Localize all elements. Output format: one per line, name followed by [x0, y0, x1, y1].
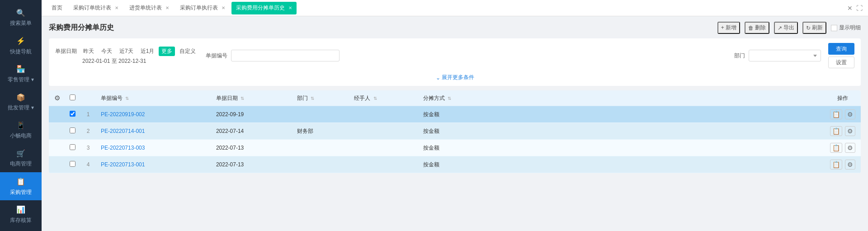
handler-sort-icon[interactable]: ⇅ — [373, 96, 377, 101]
table-header: ⚙ 单据编号 ⇅ 单据日期 ⇅ — [49, 90, 861, 106]
th-handler: 经手人 ⇅ — [349, 90, 419, 106]
dept-sort-icon[interactable]: ⇅ — [311, 96, 314, 101]
row-split-method-0: 按金额 — [419, 106, 825, 123]
th-action: 操作 — [825, 90, 861, 106]
row-handler-0 — [349, 106, 419, 123]
row-doc-date-1: 2022-07-14 — [212, 123, 292, 140]
sidebar: 🔍搜索菜单⚡快捷导航🏪零售管理 ▾📦批发管理 ▾📱小畅电商🛒电商管理📋采购管理📊… — [0, 0, 42, 231]
select-all-checkbox[interactable] — [70, 94, 75, 100]
add-button[interactable]: + 新增 — [717, 22, 740, 34]
tab-goods-in-stats[interactable]: 进货单统计表✕ — [125, 2, 174, 14]
sidebar-item-purchase[interactable]: 📋采购管理 — [0, 172, 42, 200]
row-settings-0 — [49, 106, 65, 123]
sidebar-item-retail[interactable]: 🏪零售管理 ▾ — [0, 60, 42, 88]
date-7days[interactable]: 近7天 — [117, 47, 136, 56]
query-button[interactable]: 查询 — [828, 43, 854, 55]
row-doc-date-3: 2022-07-13 — [212, 156, 292, 173]
sidebar-item-inventory[interactable]: 📊库存核算 — [0, 200, 42, 228]
row-dept-3 — [292, 156, 350, 173]
tab-close-purchase-cost-split[interactable]: ✕ — [288, 5, 292, 10]
refresh-button[interactable]: ↻ 刷新 — [802, 22, 826, 34]
export-button[interactable]: ↗ 导出 — [774, 22, 798, 34]
tab-purchase-order-stats[interactable]: 采购订单统计表✕ — [69, 2, 123, 14]
doc-no-link-3[interactable]: PE-20220713-001 — [101, 161, 145, 168]
row-checkbox-1[interactable] — [70, 127, 75, 133]
show-columns-checkbox[interactable] — [831, 25, 837, 31]
tab-close-purchase-order-stats[interactable]: ✕ — [115, 5, 118, 10]
split-method-sort-icon[interactable]: ⇅ — [448, 96, 451, 101]
date-today[interactable]: 今天 — [99, 47, 115, 56]
row-settings-3 — [49, 156, 65, 173]
sidebar-label-mini: 小畅电商 — [10, 132, 32, 139]
sidebar-item-mini[interactable]: 📱小畅电商 — [0, 116, 42, 144]
row-split-method-1: 按金额 — [419, 123, 825, 140]
th-dept: 部门 ⇅ — [292, 90, 350, 106]
show-columns-toggle[interactable]: 显示明细 — [831, 24, 861, 32]
row-checkbox-0[interactable] — [70, 111, 75, 117]
row-handler-2 — [349, 140, 419, 156]
dept-select[interactable]: 财务部 — [749, 50, 821, 61]
delete-button[interactable]: 🗑 删除 — [745, 22, 769, 34]
row-dept-0 — [292, 106, 350, 123]
doc-no-sort-icon[interactable]: ⇅ — [125, 96, 129, 101]
content-area: 采购费用分摊单历史 + 新增 🗑 删除 ↗ 导出 ↻ 刷新 显示明细 — [42, 16, 868, 231]
date-yesterday[interactable]: 昨天 — [80, 47, 97, 56]
sidebar-label-purchase: 采购管理 — [10, 189, 32, 195]
row-doc-no-2: PE-20220713-003 — [96, 140, 212, 156]
export-icon: ↗ — [778, 25, 782, 31]
action-buttons: 查询 设置 — [828, 43, 854, 68]
row-more-icon-2[interactable]: ⚙ — [845, 143, 855, 153]
close-window-icon[interactable]: ✕ — [847, 5, 853, 12]
sidebar-item-ecommerce[interactable]: 🛒电商管理 — [0, 144, 42, 172]
tab-purchase-order-exec[interactable]: 采购订单执行表✕ — [175, 2, 230, 14]
row-edit-icon-1[interactable]: 📋 — [830, 126, 842, 136]
sidebar-label-shortcut: 快捷导航 — [10, 48, 32, 55]
doc-no-link-2[interactable]: PE-20220713-003 — [101, 145, 145, 151]
row-edit-icon-0[interactable]: 📋 — [830, 109, 842, 119]
expand-icon: ⌄ — [436, 75, 440, 81]
sidebar-icon-mini: 📱 — [2, 121, 40, 131]
date-custom[interactable]: 自定义 — [177, 47, 198, 56]
tab-home[interactable]: 首页 — [47, 4, 67, 12]
tab-close-goods-in-stats[interactable]: ✕ — [165, 5, 169, 10]
row-edit-icon-2[interactable]: 📋 — [830, 143, 842, 153]
column-settings-icon[interactable]: ⚙ — [54, 94, 60, 102]
sidebar-item-finance[interactable]: 💰资金管理 — [0, 229, 42, 231]
row-checkbox-2[interactable] — [70, 144, 75, 150]
doc-no-link-0[interactable]: PE-20220919-002 — [101, 111, 145, 118]
row-edit-icon-3[interactable]: 📋 — [830, 160, 842, 170]
date-more[interactable]: 更多 — [159, 47, 175, 56]
doc-no-input[interactable] — [231, 50, 340, 61]
tab-bar: 首页采购订单统计表✕进货单统计表✕采购订单执行表✕采购费用分摊单历史✕ ✕ ⛶ — [42, 0, 868, 16]
filter-area: 单据日期 昨天 今天 近7天 近1月 更多 自定义 2022-01-01 至 2… — [49, 38, 861, 86]
sidebar-item-shortcut[interactable]: ⚡快捷导航 — [0, 32, 42, 60]
maximize-icon[interactable]: ⛶ — [856, 5, 863, 12]
date-1month[interactable]: 近1月 — [138, 47, 157, 56]
expand-more-button[interactable]: ⌄ 展开更多条件 — [436, 74, 474, 81]
filter-settings-button[interactable]: 设置 — [828, 57, 854, 68]
row-checkbox-3[interactable] — [70, 161, 75, 167]
sidebar-icon-inventory: 📊 — [2, 205, 40, 215]
sidebar-label-wholesale: 批发管理 — [8, 104, 29, 111]
date-filter-group: 单据日期 昨天 今天 近7天 近1月 更多 自定义 2022-01-01 至 2… — [55, 47, 198, 65]
page-title: 采购费用分摊单历史 — [49, 23, 114, 33]
doc-no-link-1[interactable]: PE-20220714-001 — [101, 128, 145, 134]
data-table-container: ⚙ 单据编号 ⇅ 单据日期 ⇅ — [49, 90, 861, 173]
th-settings: ⚙ — [49, 90, 65, 106]
tab-purchase-cost-split[interactable]: 采购费用分摊单历史✕ — [231, 2, 297, 14]
table-row: 2 PE-20220714-001 2022-07-14 财务部 按金额 📋 ⚙ — [49, 123, 861, 140]
tab-label-purchase-order-stats: 采购订单统计表 — [73, 4, 111, 12]
sidebar-item-search[interactable]: 🔍搜索菜单 — [0, 4, 42, 32]
data-table: ⚙ 单据编号 ⇅ 单据日期 ⇅ — [49, 90, 861, 173]
th-doc-no-label: 单据编号 — [101, 95, 123, 101]
sidebar-label-retail: 零售管理 — [8, 76, 29, 83]
sidebar-item-wholesale[interactable]: 📦批发管理 ▾ — [0, 88, 42, 116]
doc-date-sort-icon[interactable]: ⇅ — [241, 96, 244, 101]
row-more-icon-1[interactable]: ⚙ — [845, 126, 855, 136]
filter-row: 单据日期 昨天 今天 近7天 近1月 更多 自定义 2022-01-01 至 2… — [55, 43, 854, 68]
row-more-icon-0[interactable]: ⚙ — [845, 109, 855, 119]
table-row: 1 PE-20220919-002 2022-09-19 按金额 📋 ⚙ — [49, 106, 861, 123]
row-more-icon-3[interactable]: ⚙ — [845, 160, 855, 170]
tab-close-purchase-order-exec[interactable]: ✕ — [222, 5, 225, 10]
tab-label-purchase-order-exec: 采购订单执行表 — [180, 4, 218, 12]
